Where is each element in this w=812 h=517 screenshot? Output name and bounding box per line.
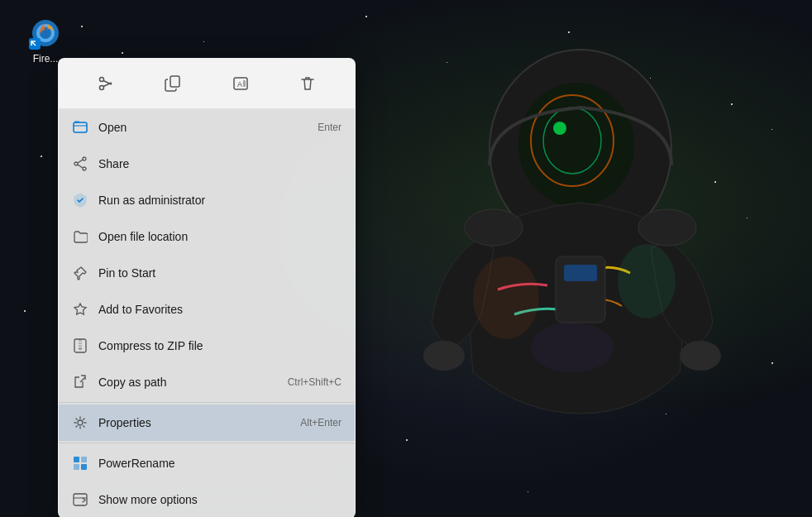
menu-item-open-location[interactable]: Open file location [59,218,355,255]
pin-start-icon [72,265,88,281]
delete-icon [299,75,316,92]
svg-rect-26 [74,122,87,132]
copy-path-icon [72,374,88,390]
menu-divider-1 [59,402,355,403]
svg-point-8 [618,244,676,318]
svg-point-9 [531,323,614,372]
run-admin-icon [72,192,88,208]
cut-icon [98,75,114,92]
menu-item-properties[interactable]: Properties Alt+Enter [59,405,355,441]
menu-item-copy-path[interactable]: Copy as path Ctrl+Shift+C [59,364,355,400]
svg-rect-35 [79,342,82,344]
svg-rect-43 [81,464,87,470]
menu-item-run-admin[interactable]: Run as administrator [59,182,355,218]
svg-point-13 [638,209,696,246]
svg-rect-37 [79,347,82,350]
power-rename-icon [72,455,88,472]
svg-text:A: A [237,80,242,89]
menu-toolbar: A [59,59,355,109]
firefox-icon-image [29,17,62,50]
svg-point-1 [518,83,634,207]
pin-start-label: Pin to Start [98,266,342,280]
power-rename-label: PowerRename [98,457,342,470]
open-location-icon [72,228,88,245]
svg-rect-27 [74,121,79,123]
properties-icon [72,414,88,431]
svg-line-21 [103,83,112,87]
copy-button[interactable] [156,67,189,100]
svg-point-29 [83,167,86,170]
menu-item-more-options[interactable]: Show more options [59,481,355,517]
svg-rect-41 [81,457,87,462]
menu-item-share[interactable]: Share [59,146,355,182]
svg-point-28 [83,157,86,160]
svg-point-18 [99,78,103,82]
add-favorites-icon [72,301,88,318]
compress-zip-icon [72,337,88,354]
svg-point-39 [78,420,83,425]
rename-button[interactable]: A [224,67,257,100]
cut-button[interactable] [89,67,122,100]
svg-point-2 [553,122,566,135]
share-label: Share [98,157,342,170]
add-favorites-label: Add to Favorites [98,303,342,316]
context-menu: A Open Enter [58,58,356,517]
svg-rect-22 [170,76,179,87]
properties-shortcut: Alt+Enter [300,417,342,428]
menu-item-compress-zip[interactable]: Compress to ZIP file [59,328,355,364]
svg-rect-25 [243,80,246,87]
copy-icon [165,75,181,92]
compress-zip-label: Compress to ZIP file [98,339,342,352]
astronaut-illustration [316,0,812,517]
share-icon [72,156,88,172]
svg-rect-40 [74,457,79,462]
svg-rect-11 [564,265,597,281]
svg-line-32 [78,165,83,168]
menu-item-add-favorites[interactable]: Add to Favorites [59,291,355,328]
more-options-icon [72,491,88,508]
menu-item-open[interactable]: Open Enter [59,109,355,146]
desktop-icon-label: Fire... [33,53,59,65]
svg-point-6 [680,341,721,371]
delete-button[interactable] [291,67,324,100]
svg-point-7 [473,256,539,339]
svg-line-31 [78,160,83,163]
menu-item-power-rename[interactable]: PowerRename [59,445,355,481]
properties-label: Properties [98,416,300,429]
open-location-label: Open file location [98,230,342,243]
rename-icon: A [232,75,249,92]
svg-point-19 [99,86,103,90]
copy-path-label: Copy as path [98,376,288,389]
open-shortcut: Enter [318,122,342,133]
copy-path-shortcut: Ctrl+Shift+C [288,376,342,388]
svg-point-12 [465,209,523,246]
more-options-label: Show more options [98,493,342,506]
run-admin-label: Run as administrator [98,194,342,207]
menu-divider-2 [59,443,355,443]
svg-point-5 [423,341,465,371]
menu-item-pin-start[interactable]: Pin to Start [59,255,355,291]
open-icon [72,119,88,136]
svg-rect-34 [79,339,82,342]
svg-rect-36 [79,345,82,347]
svg-rect-42 [74,464,79,470]
open-label: Open [98,121,318,134]
svg-point-30 [74,162,78,165]
